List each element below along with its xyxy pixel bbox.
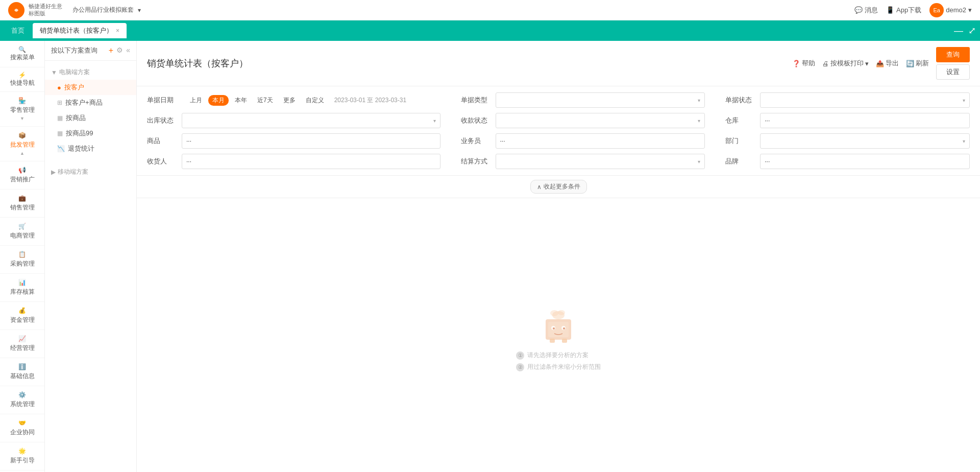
date-tab-7days[interactable]: 近7天 (253, 95, 277, 106)
payment-status-control[interactable]: ▾ (496, 113, 705, 128)
sidebar-item-basic[interactable]: ℹ️ 基础信息 (0, 358, 44, 386)
out-status-control[interactable]: ▾ (182, 113, 440, 128)
out-status-label: 出库状态 (147, 116, 178, 125)
scheme-item-by-goods[interactable]: ▦ 按商品 (45, 110, 136, 126)
wholesale-icon: 📦 (18, 132, 26, 139)
department-control[interactable]: ▾ (760, 133, 970, 149)
date-tab-more[interactable]: 更多 (279, 95, 300, 106)
filter-cell-goods: 商品 ··· (147, 133, 440, 149)
warehouse-control[interactable]: ··· (760, 113, 970, 128)
empty-area: ① 请先选择要分析的方案 ② 用过滤条件来缩小分析范围 (137, 198, 980, 472)
export-icon: 📤 (876, 60, 884, 67)
sidebar-item-operations[interactable]: 📈 经营管理 (0, 330, 44, 358)
scheme-item-by-customer[interactable]: ● 按客户 (45, 80, 136, 95)
left-panel-header: 按以下方案查询 + ⚙ « (45, 41, 136, 61)
date-tab-this-month[interactable]: 本月 (208, 95, 229, 106)
sidebar-item-inventory[interactable]: 📊 库存核算 (0, 274, 44, 302)
sidebar-item-purchase[interactable]: 📋 采购管理 (0, 246, 44, 274)
tab-restore-icon[interactable]: — (954, 26, 963, 36)
settings-button[interactable]: 设置 (936, 64, 970, 80)
goods-control[interactable]: ··· (182, 133, 440, 149)
header-right: 💬 消息 📱 App下载 Ea demo2 ▾ (854, 3, 972, 17)
order-status-arrow: ▾ (963, 98, 965, 103)
tab-maximize-icon[interactable]: ⤢ (968, 25, 976, 36)
page-title: 销货单统计表（按客户） (147, 57, 248, 69)
order-type-control[interactable]: ▾ (496, 92, 705, 108)
help-btn[interactable]: ❓ 帮助 (792, 59, 815, 68)
operations-icon: 📈 (18, 335, 26, 342)
settlement-label: 结算方式 (461, 157, 492, 166)
left-panel: 按以下方案查询 + ⚙ « ▼ 电脑端方案 ● 按客户 ⊞ 按客户+商品 ▦ (45, 41, 137, 472)
refresh-btn[interactable]: 🔄 刷新 (906, 59, 929, 68)
order-status-control[interactable]: ▾ (760, 92, 970, 108)
left-panel-actions: + ⚙ « (109, 46, 130, 55)
user-menu[interactable]: Ea demo2 ▾ (929, 3, 972, 17)
mobile-expand-icon: ▶ (51, 169, 56, 176)
date-tab-last-month[interactable]: 上月 (186, 95, 206, 106)
date-tab-this-year[interactable]: 本年 (231, 95, 251, 106)
svg-point-6 (563, 327, 565, 329)
sidebar-item-system[interactable]: ⚙️ 系统管理 (0, 386, 44, 414)
sidebar-item-finance[interactable]: 💰 资金管理 (0, 302, 44, 330)
sidebar-item-ecommerce[interactable]: 🛒 电商管理 (0, 218, 44, 246)
date-tab-custom[interactable]: 自定义 (302, 95, 328, 106)
system-icon: ⚙️ (18, 391, 26, 398)
settings-scheme-btn[interactable]: ⚙ (116, 46, 123, 55)
sidebar-quick-nav[interactable]: ⚡ 快捷导航 (0, 67, 44, 92)
department-arrow: ▾ (963, 138, 965, 144)
empty-hint-1: ① 请先选择要分析的方案 (516, 351, 601, 360)
sidebar-item-wholesale[interactable]: 📦 批发管理 ▲ (0, 127, 44, 161)
brand-control[interactable]: ··· (760, 154, 970, 169)
filter-cell-salesperson: 业务员 ··· (461, 133, 705, 149)
filter-cell-brand: 品牌 ··· (725, 154, 970, 169)
nav-icon: ⚡ (2, 72, 42, 79)
query-button[interactable]: 查询 (936, 47, 970, 62)
scheme-group-mobile[interactable]: ▶ 移动端方案 (45, 164, 136, 179)
filter-cell-payment-status: 收款状态 ▾ (461, 113, 705, 128)
app-dropdown[interactable]: ▾ (138, 7, 141, 14)
collapse-bar[interactable]: ∧ 收起更多条件 (137, 176, 980, 198)
print-btn[interactable]: 🖨 按模板打印 ▾ (822, 59, 869, 68)
scheme-section-mobile: ▶ 移动端方案 (45, 160, 136, 183)
date-filter-label: 单据日期 (147, 96, 178, 105)
app-download-btn[interactable]: 📱 App下载 (886, 6, 921, 15)
sidebar-item-newuser[interactable]: 🌟 新手引导 (0, 442, 44, 470)
salesperson-control[interactable]: ··· (496, 133, 705, 149)
empty-illustration (533, 299, 584, 345)
scheme-section-desktop: ▼ 电脑端方案 ● 按客户 ⊞ 按客户+商品 ▦ 按商品 ▦ 按商品99 📉 退… (45, 61, 136, 160)
scheme-item-by-customer-goods[interactable]: ⊞ 按客户+商品 (45, 95, 136, 110)
sidebar-search[interactable]: 🔍 搜索菜单 (0, 41, 44, 67)
tab-sales-stats[interactable]: 销货单统计表（按客户） × (33, 23, 127, 38)
tab-home[interactable]: 首页 (4, 23, 32, 38)
tab-close-icon[interactable]: × (116, 27, 119, 34)
filter-cell-order-type: 单据类型 ▾ (461, 92, 705, 108)
by-goods99-icon: ▦ (57, 130, 63, 137)
scheme-group-desktop[interactable]: ▼ 电脑端方案 (45, 65, 136, 80)
add-scheme-btn[interactable]: + (109, 46, 113, 55)
message-btn[interactable]: 💬 消息 (854, 6, 878, 15)
order-status-label: 单据状态 (725, 96, 756, 105)
salesperson-label: 业务员 (461, 136, 492, 146)
receiver-control[interactable]: ··· (182, 154, 440, 169)
sidebar-item-marketing[interactable]: 📢 营销推广 (0, 161, 44, 190)
sidebar-item-enterprise[interactable]: 🤝 企业协同 (0, 414, 44, 442)
collapse-button[interactable]: ∧ 收起更多条件 (530, 180, 587, 194)
search-icon: 🔍 (4, 46, 40, 53)
payment-status-label: 收款状态 (461, 116, 492, 125)
hint-num-1: ① (516, 351, 524, 360)
export-btn[interactable]: 📤 导出 (876, 59, 899, 68)
scheme-item-return-stats[interactable]: 📉 退货统计 (45, 141, 136, 156)
content-area: 销货单统计表（按客户） ❓ 帮助 🖨 按模板打印 ▾ 📤 导出 (137, 41, 980, 472)
order-type-arrow: ▾ (698, 98, 700, 103)
marketing-icon: 📢 (18, 167, 26, 174)
payment-status-arrow: ▾ (698, 118, 700, 124)
scheme-item-by-goods99[interactable]: ▦ 按商品99 (45, 126, 136, 141)
sidebar-item-retail[interactable]: 🏪 零售管理 ▼ (0, 92, 44, 127)
finance-icon: 💰 (18, 307, 26, 314)
sales-icon: 💼 (18, 195, 26, 202)
sidebar-item-sales[interactable]: 💼 销售管理 (0, 190, 44, 218)
page-header-top: 销货单统计表（按客户） ❓ 帮助 🖨 按模板打印 ▾ 📤 导出 (147, 47, 970, 80)
collapse-panel-btn[interactable]: « (126, 46, 130, 55)
settlement-control[interactable]: ▾ (496, 154, 705, 169)
download-icon: 📱 (886, 6, 894, 14)
